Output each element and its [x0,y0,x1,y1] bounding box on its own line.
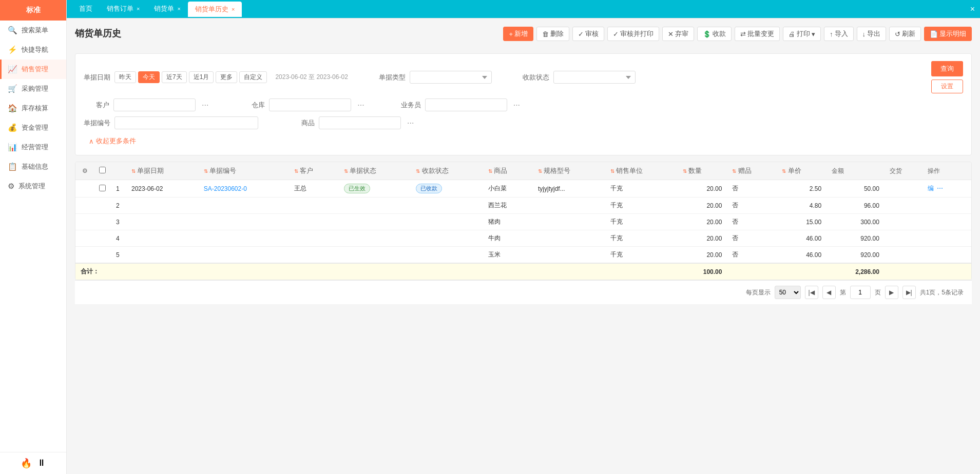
col-checkbox [94,162,111,180]
check-print-icon: ✓ [613,30,619,38]
date-btn-yesterday[interactable]: 昨天 [114,71,136,83]
refresh-button[interactable]: ↺ 刷新 [889,27,921,41]
page-number-input[interactable] [850,286,871,299]
warehouse-more-icon[interactable]: ··· [357,101,364,110]
date-btn-1month[interactable]: 近1月 [189,71,214,83]
col-qty[interactable]: ⇅ 数量 [678,162,727,180]
collect-status-select[interactable] [553,71,636,84]
page-label: 第 [840,288,846,297]
sidebar-item-quick-nav[interactable]: ⚡ 快捷导航 [0,40,66,60]
date-btn-today[interactable]: 今天 [138,71,160,83]
sort-icon: ⇅ [344,168,348,174]
table-row: 5 玉米 千克 20.00 否 46.00 920.00 [75,247,971,264]
cell-trade [885,230,923,247]
doc-number-input[interactable] [114,116,258,129]
tab-sales-order[interactable]: 销售订单 × [100,1,147,17]
col-settings[interactable]: ⚙ [75,162,94,180]
sidebar-item-sales[interactable]: 📈 销售管理 [0,60,66,79]
warehouse-input[interactable] [269,98,351,111]
pause-icon[interactable]: ⏸ [37,458,46,469]
edit-action-button[interactable]: 编 [928,185,934,192]
batch-change-button[interactable]: ⇄ 批量变更 [735,27,780,41]
sort-icon: ⇅ [610,168,614,174]
col-price[interactable]: ⇅ 单价 [777,162,827,180]
cell-doc-no [199,214,289,230]
sales-rep-more-icon[interactable]: ··· [513,101,520,110]
page-size-label: 每页显示 [746,288,771,297]
export-button[interactable]: ↓ 导出 [857,27,887,41]
page-next-button[interactable]: ▶ [885,286,898,299]
window-close-icon[interactable]: × [970,5,975,14]
col-doc-no[interactable]: ⇅ 单据编号 [199,162,289,180]
col-collect-status[interactable]: ⇅ 收款状态 [411,162,483,180]
content-area: 销货单历史 + 新增 🗑 删除 ✓ 审核 ✓ 审核并打印 [67,18,980,474]
page-size-select[interactable]: 50 10 20 100 [775,286,801,299]
date-range-display: 2023-06-02 至 2023-06-02 [275,73,348,82]
table-header-row: ⚙ ⇅ 单据日期 ⇅ 单据编号 [75,162,971,180]
sidebar-item-system[interactable]: ⚙ 系统管理 [0,176,66,196]
sidebar-item-operations[interactable]: 📊 经营管理 [0,137,66,157]
customer-more-icon[interactable]: ··· [202,101,208,110]
collect-button[interactable]: 💲 收款 [697,27,732,41]
sort-icon: ⇅ [782,168,786,174]
sidebar-bottom: 🔥 ⏸ [0,452,66,474]
cell-unit: 千克 [605,247,678,264]
col-goods[interactable]: ⇅ 商品 [483,162,533,180]
tab-close-icon[interactable]: × [137,6,140,12]
goods-input[interactable] [319,116,401,129]
abandon-button[interactable]: ✕ 弃审 [662,27,694,41]
cart-icon: 🛒 [8,84,17,93]
col-doc-status[interactable]: ⇅ 单据状态 [339,162,411,180]
date-btn-7days[interactable]: 近7天 [162,71,187,83]
audit-print-button[interactable]: ✓ 审核并打印 [607,27,659,41]
tab-close-icon[interactable]: × [232,6,235,12]
audit-button[interactable]: ✓ 审核 [572,27,604,41]
tab-sales-delivery[interactable]: 销货单 × [147,1,187,17]
warehouse-label: 仓库 [239,101,265,110]
add-button[interactable]: + 新增 [503,27,533,41]
import-button[interactable]: ↑ 导入 [824,27,854,41]
cell-doc-status: 已生效 [339,180,411,198]
col-spec[interactable]: ⇅ 规格型号 [533,162,605,180]
date-btn-more[interactable]: 更多 [216,71,237,83]
delete-button[interactable]: 🗑 删除 [536,27,569,41]
col-unit[interactable]: ⇅ 销售单位 [605,162,678,180]
query-button[interactable]: 查询 [931,61,963,76]
cell-qty: 20.00 [678,180,727,198]
sidebar-item-base-info[interactable]: 📋 基础信息 [0,157,66,176]
cell-doc-no [199,230,289,247]
tabs-right: × [970,5,975,14]
sidebar-item-purchase[interactable]: 🛒 采购管理 [0,79,66,98]
sort-icon: ⇅ [416,168,420,174]
tab-home[interactable]: 首页 [72,1,100,17]
customer-input[interactable] [113,98,196,111]
sidebar-item-finance[interactable]: 💰 资金管理 [0,118,66,137]
sidebar-item-label: 经营管理 [22,143,48,152]
cell-collect-status [411,247,483,264]
show-detail-button[interactable]: 📄 显示明细 [924,27,972,41]
sidebar-item-search[interactable]: 🔍 搜索菜单 [0,21,66,40]
page-first-button[interactable]: |◀ [805,286,818,299]
tab-sales-history[interactable]: 销货单历史 × [188,2,242,17]
doc-type-select[interactable] [410,71,492,84]
sales-rep-input[interactable] [425,98,507,111]
date-btn-custom[interactable]: 自定义 [239,71,267,83]
cell-qty: 20.00 [678,247,727,264]
page-last-button[interactable]: ▶| [902,286,916,299]
sidebar-item-inventory[interactable]: 🏠 库存核算 [0,98,66,118]
col-doc-date[interactable]: ⇅ 单据日期 [126,162,199,180]
settings-button[interactable]: 设置 [931,80,963,93]
col-customer[interactable]: ⇅ 客户 [289,162,339,180]
more-action-button[interactable]: ⋯ [937,185,943,192]
collapse-button[interactable]: ∧ 收起更多条件 [84,134,963,148]
sidebar: 标准 🔍 搜索菜单 ⚡ 快捷导航 📈 销售管理 🛒 采购管理 🏠 库存核算 💰 … [0,0,67,474]
fire-icon[interactable]: 🔥 [21,458,32,469]
select-all-checkbox[interactable] [99,167,106,173]
col-gift[interactable]: ⇅ 赠品 [727,162,777,180]
tab-close-icon[interactable]: × [177,6,180,12]
cell-price: 15.00 [777,214,827,230]
print-button[interactable]: 🖨 打印 ▾ [783,27,821,41]
row-checkbox[interactable] [99,185,106,191]
page-prev-button[interactable]: ◀ [822,286,836,299]
goods-more-icon[interactable]: ··· [407,118,414,128]
